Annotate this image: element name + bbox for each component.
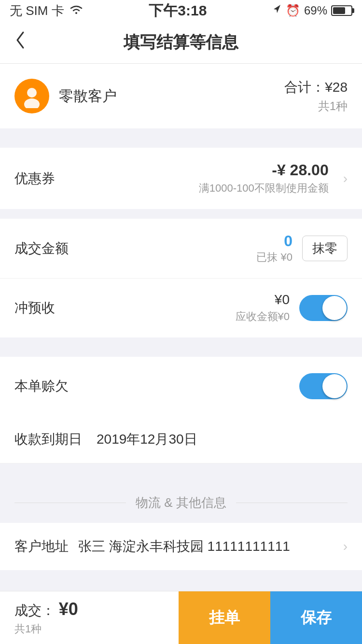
bottom-info: 成交： ¥0 共1种 [0, 599, 179, 636]
bottom-deal-row: 成交： ¥0 [14, 599, 164, 620]
customer-total: 合计：¥28 [284, 78, 348, 97]
divider-2 [0, 209, 362, 219]
main-content: 零散客户 合计：¥28 共1种 优惠券 -¥ 28.00 满1000-100不限… [0, 64, 362, 628]
due-date-value[interactable]: 2019年12月30日 [97, 430, 197, 448]
prepayment-row: 冲预收 ¥0 应收金额¥0 [0, 279, 362, 337]
customer-left: 零散客户 [14, 79, 117, 113]
coupon-label: 优惠券 [14, 169, 55, 188]
divider-1 [0, 138, 362, 148]
debit-toggle[interactable] [299, 373, 348, 399]
alarm-icon: ⏰ [286, 4, 300, 17]
status-time: 下午3:18 [149, 1, 207, 21]
debit-row: 本单赊欠 [0, 357, 362, 416]
prepayment-receivable: 应收金额¥0 [236, 309, 290, 324]
location-icon [272, 4, 282, 17]
address-row[interactable]: 客户地址 张三 海淀永丰科技园 11111111111 › [0, 523, 362, 570]
nav-bar: 填写结算等信息 [0, 21, 362, 64]
coupon-row[interactable]: 优惠券 -¥ 28.00 满1000-100不限制使用金额 › [0, 148, 362, 209]
logistics-label: 物流 & 其他信息 [136, 494, 226, 511]
coupon-right: -¥ 28.00 满1000-100不限制使用金额 › [199, 161, 348, 196]
logistics-header: 物流 & 其他信息 [0, 483, 362, 523]
battery-percent: 69% [304, 4, 327, 17]
due-date-label: 收款到期日 [14, 430, 82, 448]
toggle-knob [322, 296, 347, 320]
logistics-section: 物流 & 其他信息 [0, 483, 362, 523]
already-zeroed-label: 已抹 ¥0 [256, 250, 292, 265]
svg-point-1 [24, 98, 40, 108]
bottom-count: 共1种 [14, 622, 164, 636]
deal-amount-label: 成交金额 [14, 239, 69, 258]
address-section: 客户地址 张三 海淀永丰科技园 11111111111 › [0, 523, 362, 570]
customer-right: 合计：¥28 共1种 [284, 78, 348, 114]
customer-avatar [14, 79, 49, 113]
svg-point-0 [27, 88, 37, 98]
customer-name: 零散客户 [59, 86, 117, 106]
divider-4 [0, 463, 362, 473]
coupon-info: -¥ 28.00 满1000-100不限制使用金额 [199, 161, 329, 196]
bottom-amount: ¥0 [59, 599, 78, 619]
due-date-row: 收款到期日 2019年12月30日 [0, 416, 362, 463]
no-sim-label: 无 SIM 卡 [10, 2, 64, 19]
bottom-bar: 成交： ¥0 共1种 挂单 保存 [0, 591, 362, 644]
coupon-chevron-icon: › [343, 171, 348, 186]
back-button[interactable] [14, 30, 26, 54]
battery-icon [331, 5, 352, 16]
coupon-section: 优惠券 -¥ 28.00 满1000-100不限制使用金额 › [0, 148, 362, 209]
prepayment-right: ¥0 应收金额¥0 [236, 292, 348, 324]
prepayment-toggle[interactable] [299, 295, 348, 321]
deal-amount-input[interactable]: 0 [284, 232, 292, 250]
prepayment-amount-col: ¥0 应收金额¥0 [236, 292, 290, 324]
address-label: 客户地址 [14, 537, 69, 556]
prepayment-amount: ¥0 [236, 292, 290, 308]
customer-count: 共1种 [284, 98, 348, 114]
customer-section: 零散客户 合计：¥28 共1种 [0, 64, 362, 128]
deal-section: 成交金额 0 已抹 ¥0 抹零 冲预收 ¥0 应收金额¥0 [0, 219, 362, 337]
deal-amount-right: 0 已抹 ¥0 抹零 [256, 232, 348, 265]
save-button[interactable]: 保存 [270, 591, 362, 644]
prepayment-label: 冲预收 [14, 299, 55, 317]
hang-order-button[interactable]: 挂单 [179, 591, 270, 644]
debit-label: 本单赊欠 [14, 377, 69, 395]
wifi-icon [69, 3, 84, 18]
status-bar: 无 SIM 卡 下午3:18 ⏰ 69% [0, 0, 362, 21]
deal-amount-row: 成交金额 0 已抹 ¥0 抹零 [0, 219, 362, 279]
coupon-desc: 满1000-100不限制使用金额 [199, 181, 329, 196]
status-right: ⏰ 69% [272, 4, 352, 17]
divider-3 [0, 337, 362, 347]
coupon-amount: -¥ 28.00 [199, 161, 329, 179]
round-zero-button[interactable]: 抹零 [302, 236, 348, 261]
bottom-deal-label: 成交： [14, 603, 55, 618]
battery-fill [333, 7, 345, 14]
page-title: 填写结算等信息 [124, 31, 238, 54]
debit-section: 本单赊欠 收款到期日 2019年12月30日 [0, 357, 362, 463]
address-chevron-icon: › [343, 539, 348, 554]
debit-toggle-knob [322, 374, 347, 398]
address-value: 张三 海淀永丰科技园 11111111111 [78, 537, 329, 556]
status-left: 无 SIM 卡 [10, 2, 84, 19]
